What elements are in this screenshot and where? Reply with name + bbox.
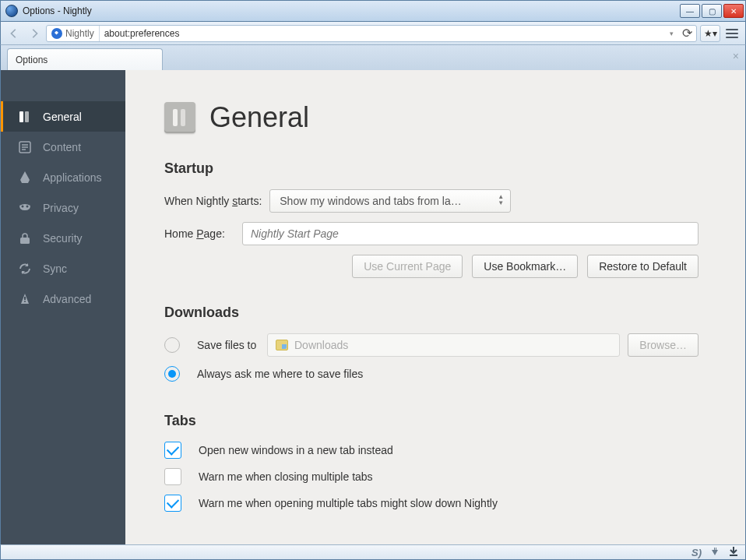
url-text: about:preferences [100,28,665,39]
folder-icon [276,340,288,350]
save-to-radio[interactable] [164,337,180,353]
maximize-button[interactable]: ▢ [702,4,722,18]
main-area: General Content Applications Privacy Sec… [0,70,746,544]
svg-point-6 [22,205,24,207]
tab-label: Options [16,55,48,65]
sidebar-item-general[interactable]: General [1,101,125,132]
sync-icon [18,262,32,276]
sidebar-item-label: General [43,111,82,123]
menu-button[interactable] [723,25,741,42]
applications-icon [18,171,32,185]
warn-open-label: Warn me when opening multiple tabs might… [199,497,498,509]
nav-toolbar: Nightly about:preferences ▾ ⟳ ★▾ [0,22,746,45]
open-new-tab-checkbox[interactable] [164,442,181,459]
warn-close-label: Warn me when closing multiple tabs [199,470,373,483]
titlebar: Options - Nightly — ▢ ✕ [0,0,746,22]
use-bookmark-button[interactable]: Use Bookmark… [472,255,578,278]
advanced-icon [18,292,32,306]
url-dropdown-icon[interactable]: ▾ [665,30,677,37]
sidebar-item-label: Content [43,141,81,153]
globe-icon [51,28,62,39]
restore-default-button[interactable]: Restore to Default [587,255,698,278]
sidebar-item-label: Applications [43,171,102,184]
svg-point-7 [26,205,29,207]
download-path-value: Downloads [294,339,348,351]
page-title: General [209,101,309,134]
tab-close-icon[interactable]: × [733,50,739,62]
section-tabs-heading: Tabs [164,413,698,429]
site-identity[interactable]: Nightly [47,26,100,41]
svg-rect-1 [25,111,29,122]
section-startup-heading: Startup [164,160,698,177]
sidebar-item-label: Privacy [43,202,79,214]
svg-rect-0 [19,111,23,122]
svg-point-9 [24,301,26,302]
use-current-page-button[interactable]: Use Current Page [352,255,463,278]
startup-action-value: Show my windows and tabs from la… [280,195,461,207]
svg-rect-10 [24,297,26,300]
security-icon [18,231,32,245]
content-icon [18,140,32,154]
sidebar-item-applications[interactable]: Applications [1,162,125,192]
status-bar: S) [0,544,746,560]
page-icon [164,102,195,133]
always-ask-label: Always ask me where to save files [197,368,363,380]
always-ask-radio[interactable] [164,366,180,382]
sidebar-item-label: Security [43,232,83,245]
general-icon [18,110,32,124]
sidebar-item-sync[interactable]: Sync [1,253,125,284]
save-to-label: Save files to [197,339,259,351]
when-starts-label: When Nightly starts: [164,195,262,207]
reload-button[interactable]: ⟳ [677,26,696,41]
open-new-tab-label: Open new windows in a new tab instead [199,444,393,456]
homepage-input[interactable] [242,222,698,245]
browse-button[interactable]: Browse… [628,333,698,357]
bookmarks-menu-button[interactable]: ★▾ [700,25,720,42]
app-icon [5,5,18,17]
status-icon-s[interactable]: S) [691,547,702,558]
warn-close-checkbox[interactable] [164,468,181,485]
status-icon-plug[interactable] [709,546,720,559]
window-title: Options - Nightly [23,5,680,16]
sidebar-item-security[interactable]: Security [1,223,125,253]
sidebar-item-label: Advanced [43,293,91,305]
url-bar[interactable]: Nightly about:preferences ▾ ⟳ [46,25,697,42]
homepage-label: Home Page: [164,227,234,240]
minimize-button[interactable]: — [680,4,700,18]
back-button[interactable] [5,25,23,42]
sidebar-item-content[interactable]: Content [1,132,125,162]
tab-options[interactable]: Options [7,48,163,70]
sidebar-item-label: Sync [43,262,67,275]
status-icon-download[interactable] [728,546,739,559]
content-pane: General Startup When Nightly starts: Sho… [125,70,745,544]
identity-label: Nightly [65,28,94,39]
sidebar-item-advanced[interactable]: Advanced [1,284,125,314]
download-path-field: Downloads [267,333,620,357]
select-arrows-icon: ▲▼ [498,194,504,206]
forward-button[interactable] [26,25,43,42]
content-scroll[interactable]: General Startup When Nightly starts: Sho… [125,70,745,544]
sidebar-item-privacy[interactable]: Privacy [1,192,125,223]
section-downloads-heading: Downloads [164,305,698,321]
svg-rect-8 [20,238,30,244]
page-header: General [164,101,698,134]
privacy-icon [18,201,32,215]
startup-action-select[interactable]: Show my windows and tabs from la… ▲▼ [269,189,511,213]
close-button[interactable]: ✕ [723,4,744,18]
tab-strip: Options × [0,45,746,70]
category-sidebar: General Content Applications Privacy Sec… [1,70,125,544]
warn-open-checkbox[interactable] [164,495,181,512]
